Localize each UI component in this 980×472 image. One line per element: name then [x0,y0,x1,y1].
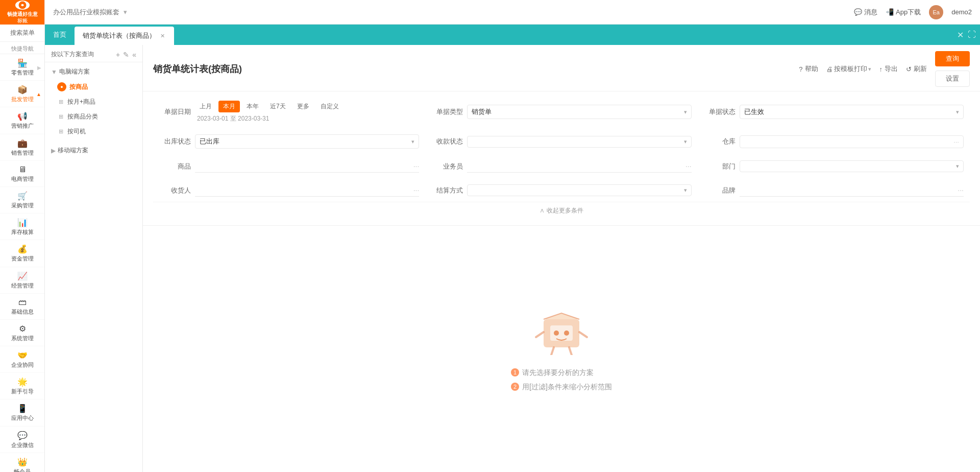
svg-line-7 [551,347,554,355]
scheme-grid-icon-1: ⊞ [57,99,64,106]
sidebar-item-purchase[interactable]: 🛒 采购管理 [0,187,44,214]
scheme-item-by-category[interactable]: ⊞ 按商品分类 [45,109,142,124]
tab-sales-stat[interactable]: 销货单统计表（按商品） ✕ [75,27,174,45]
sidebar-item-inventory[interactable]: 📊 库存核算 [0,214,44,240]
sidebar-item-newbie[interactable]: 🌟 新手引导 [0,373,44,399]
date-btn-7days[interactable]: 近7天 [265,101,290,112]
scheme-group-mobile-header[interactable]: ▶ 移动端方案 [45,143,142,158]
quick-nav[interactable]: 快捷导航 [0,42,44,54]
tab-close-btn[interactable]: ✕ [159,32,166,39]
brand-input[interactable]: ··· [740,184,964,197]
app-subtitle: 标账 [17,17,28,24]
sidebar-item-retail[interactable]: 🏪 零售管理 ▶ [0,54,44,81]
scheme-item-by-product[interactable]: ● 按商品 [45,79,142,95]
sidebar-item-operations[interactable]: 📈 经营管理 [0,267,44,294]
storagestatus-value: 已出库 [200,137,411,146]
sidebar-item-marketing-label: 营销推广 [11,123,34,129]
salesperson-input[interactable]: ··· [467,160,691,173]
date-label: 单据日期 [159,107,195,116]
sidebar-item-marketing[interactable]: 📢 营销推广 [0,107,44,134]
scheme-by-product-label: 按商品 [69,83,88,91]
sidebar-item-appcenter[interactable]: 📱 应用中心 [0,399,44,426]
brand-dots: ··· [958,186,964,194]
desktop-group-arrow-icon: ▼ [51,68,57,76]
storagestatus-control: 已出库 ▾ [195,134,419,149]
recipient-input[interactable]: ··· [195,184,419,197]
left-panel-header: 按以下方案查询 + ✎ « [45,45,142,62]
filter-cell-doctype: 单据类型 销货单 ▾ [425,98,697,126]
receiptstatus-select[interactable]: ▾ [467,136,691,148]
app-logo: 畅捷通好生意 标账 [0,0,44,25]
recipient-dots: ··· [413,186,420,194]
collapse-more-btn[interactable]: ∧ 收起更多条件 [153,202,970,219]
collapse-panel-btn[interactable]: « [132,51,136,59]
industry-dropdown-icon[interactable]: ▾ [124,8,127,16]
settlement-select[interactable]: ▾ [467,184,691,196]
tab-close-all-icon[interactable]: ✕ [957,30,964,40]
scheme-item-by-month-product[interactable]: ⊞ 按月+商品 [45,95,142,109]
warehouse-input[interactable]: ··· [740,135,964,148]
desktop-group-label: 电脑端方案 [59,67,90,76]
help-btn[interactable]: ? 帮助 [799,64,818,74]
doctype-label: 单据类型 [431,107,467,116]
sidebar-item-wholesale[interactable]: 📦 批发管理 ▲ [0,81,44,107]
retail-arrow-icon: ▶ [37,64,41,70]
sidebar-item-finance[interactable]: 💰 资金管理 [0,240,44,267]
help-icon: ? [799,65,802,73]
date-btn-more[interactable]: 更多 [292,101,314,112]
sidebar-item-member[interactable]: 👑 畅会员 [0,453,44,472]
tab-maximize-icon[interactable]: ⛶ [968,30,976,39]
dept-select[interactable]: ▾ [740,160,964,172]
settings-btn[interactable]: 设置 [935,70,970,87]
storagestatus-select[interactable]: 已出库 ▾ [195,134,419,149]
recipient-control: ··· [195,184,419,197]
export-btn[interactable]: ↑ 导出 [879,64,898,74]
add-scheme-btn[interactable]: + [116,51,120,59]
filter-row-2: 出库状态 已出库 ▾ 收款状态 [153,131,970,152]
doctype-select[interactable]: 销货单 ▾ [467,105,691,119]
print-btn[interactable]: 🖨 按模板打印 ▾ [826,64,871,74]
page-header: 销货单统计表(按商品) ? 帮助 🖨 按模板打印 ▾ ↑ 导出 [143,45,980,91]
date-btn-this-year[interactable]: 本年 [242,101,263,112]
scheme-grid-icon-3: ⊞ [57,128,64,135]
sidebar-item-base-label: 基础信息 [11,309,34,315]
print-dropdown-icon[interactable]: ▾ [868,66,871,73]
sidebar-item-base[interactable]: 🗃 基础信息 [0,294,44,320]
collapse-label: ∧ 收起更多条件 [540,207,583,214]
sidebar-item-wechat[interactable]: 💬 企业微信 [0,427,44,453]
sidebar-item-member-label: 畅会员 [14,468,31,472]
query-btn[interactable]: 查询 [935,51,970,66]
filter-cell-settlement: 结算方式 ▾ [425,181,697,200]
edit-scheme-btn[interactable]: ✎ [123,51,129,59]
user-avatar[interactable]: Ea [929,5,943,19]
doctype-value: 销货单 [472,107,683,116]
sidebar-item-ecommerce[interactable]: 🖥 电商管理 [0,161,44,187]
date-btn-custom[interactable]: 自定义 [316,101,344,112]
product-input[interactable]: ··· [195,160,419,173]
sidebar-item-system[interactable]: ⚙ 系统管理 [0,320,44,346]
date-btn-last-month[interactable]: 上月 [195,101,216,112]
messages-btn[interactable]: 💬 消息 [854,8,877,17]
app-download-btn[interactable]: 📲 App下载 [886,8,921,17]
warehouse-dots: ··· [953,138,959,146]
refresh-btn[interactable]: ↺ 刷新 [906,64,927,74]
sidebar-item-system-label: 系统管理 [11,335,34,342]
left-panel: 按以下方案查询 + ✎ « ▼ 电脑端方案 ● 按商品 [45,45,143,472]
sidebar-item-enterprise-label: 企业协同 [11,362,34,368]
svg-point-4 [564,331,569,336]
sidebar-item-newbie-label: 新手引导 [11,388,34,395]
app-name: 畅捷通好生意 [7,11,38,17]
tab-home[interactable]: 首页 [45,25,75,45]
product-control: ··· [195,160,419,173]
sidebar-item-sales[interactable]: 💼 销售管理 [0,134,44,161]
filter-row-3: 商品 ··· 业务员 [153,157,970,176]
scheme-item-by-cashier[interactable]: ⊞ 按司机 [45,124,142,139]
empty-illustration [531,304,592,355]
docstatus-select[interactable]: 已生效 ▾ [740,105,964,119]
retail-icon: 🏪 [17,58,28,68]
sidebar-item-enterprise[interactable]: 🤝 企业协同 [0,346,44,373]
date-btn-this-month[interactable]: 本月 [218,101,240,112]
scheme-group-desktop-header[interactable]: ▼ 电脑端方案 [45,64,142,79]
industry-name: 办公用品行业模拟账套 [53,8,119,17]
search-menu[interactable]: 搜索菜单 [0,25,44,42]
